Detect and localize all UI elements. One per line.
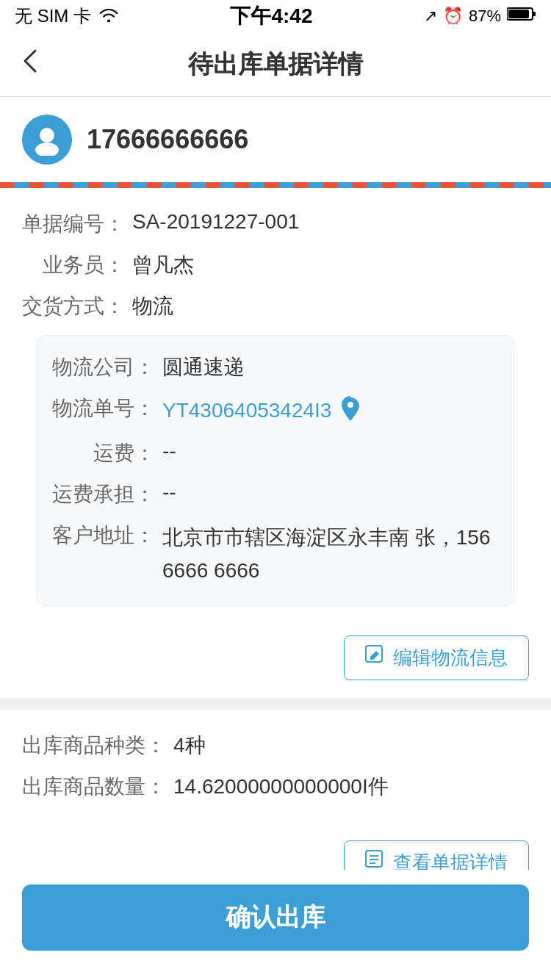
document-number-value: SA-20191227-001 — [132, 210, 529, 234]
product-type-label: 出库商品种类： — [22, 732, 166, 760]
freight-value: -- — [162, 439, 499, 463]
confirm-btn-bar: 确认出库 — [0, 870, 551, 980]
salesman-label: 业务员： — [22, 251, 125, 279]
section-separator — [0, 698, 551, 710]
avatar — [22, 115, 72, 165]
page-title: 待出库单据详情 — [188, 48, 363, 82]
address-label: 客户地址： — [52, 522, 155, 550]
product-quantity-value: 14.62000000000000I件 — [173, 773, 529, 801]
battery-percent: 87% — [469, 7, 501, 26]
alarm-icon: ⏰ — [443, 7, 463, 26]
svg-point-3 — [40, 128, 54, 143]
logistics-card: 物流公司： 圆通速递 物流单号： YT43064053424I3 运费： — [37, 335, 514, 606]
carrier-text: 无 SIM 卡 — [15, 4, 91, 28]
svg-rect-1 — [533, 12, 536, 16]
customer-phone: 17666666666 — [87, 124, 248, 155]
delivery-value: 物流 — [132, 292, 529, 320]
dashed-divider — [0, 182, 551, 188]
status-bar: 无 SIM 卡 下午4:42 ↗ ⏰ 87% — [0, 0, 551, 32]
document-number-row: 单据编号： SA-20191227-001 — [22, 210, 529, 238]
logistics-company-row: 物流公司： 圆通速递 — [52, 353, 499, 381]
freight-bear-row: 运费承担： -- — [52, 480, 499, 508]
logistics-company-value: 圆通速递 — [162, 353, 499, 381]
logistics-company-label: 物流公司： — [52, 353, 155, 381]
product-type-row: 出库商品种类： 4种 — [22, 732, 529, 760]
wifi-icon — [98, 6, 119, 26]
nav-bar: 待出库单据详情 — [0, 32, 551, 97]
battery-icon — [507, 7, 536, 26]
delivery-label: 交货方式： — [22, 292, 125, 320]
document-info-section: 单据编号： SA-20191227-001 业务员： 曾凡杰 交货方式： 物流 … — [0, 188, 551, 621]
svg-rect-2 — [508, 10, 529, 18]
logistics-tracking-label: 物流单号： — [52, 394, 155, 422]
product-summary: 出库商品种类： 4种 出库商品数量： 14.62000000000000I件 — [0, 710, 551, 829]
edit-icon — [365, 645, 386, 671]
edit-logistics-label: 编辑物流信息 — [393, 645, 508, 671]
logistics-tracking-row: 物流单号： YT43064053424I3 — [52, 394, 499, 426]
address-row: 客户地址： 北京市市辖区海淀区永丰南 张，156 6666 6666 — [52, 522, 499, 588]
content-scroll: 17666666666 单据编号： SA-20191227-001 业务员： 曾… — [0, 97, 551, 980]
freight-bear-label: 运费承担： — [52, 480, 155, 508]
svg-point-5 — [347, 402, 353, 408]
product-quantity-label: 出库商品数量： — [22, 773, 166, 801]
location-pin-icon[interactable] — [339, 394, 362, 426]
freight-row: 运费： -- — [52, 439, 499, 467]
back-button[interactable] — [22, 48, 38, 81]
freight-label: 运费： — [52, 439, 155, 467]
confirm-outbound-button[interactable]: 确认出库 — [22, 884, 529, 951]
address-value: 北京市市辖区海淀区永丰南 张，156 6666 6666 — [162, 522, 499, 588]
status-right: ↗ ⏰ 87% — [424, 7, 536, 26]
status-left: 无 SIM 卡 — [15, 4, 119, 28]
location-status-icon: ↗ — [424, 7, 437, 26]
edit-logistics-button[interactable]: 编辑物流信息 — [344, 635, 529, 680]
freight-bear-value: -- — [162, 480, 499, 504]
document-number-label: 单据编号： — [22, 210, 125, 238]
salesman-value: 曾凡杰 — [132, 251, 529, 279]
product-type-value: 4种 — [173, 732, 529, 760]
product-quantity-row: 出库商品数量： 14.62000000000000I件 — [22, 773, 529, 801]
logistics-tracking-value: YT43064053424I3 — [162, 394, 499, 426]
salesman-row: 业务员： 曾凡杰 — [22, 251, 529, 279]
delivery-row: 交货方式： 物流 — [22, 292, 529, 320]
customer-header: 17666666666 — [0, 97, 551, 182]
edit-btn-row: 编辑物流信息 — [0, 621, 551, 698]
svg-point-4 — [35, 143, 59, 156]
status-time: 下午4:42 — [230, 2, 312, 30]
